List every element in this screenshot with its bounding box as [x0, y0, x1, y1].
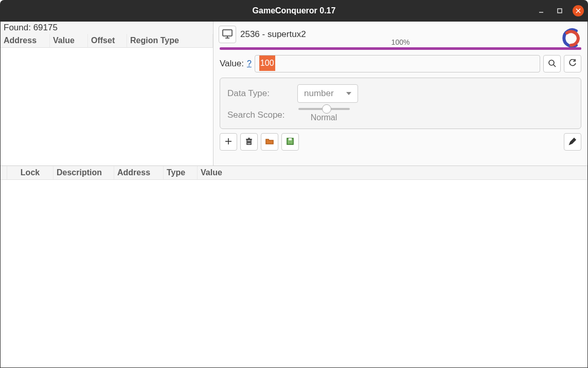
scan-progress: 100%: [220, 47, 581, 50]
cheat-col-address[interactable]: Address: [114, 166, 164, 179]
reset-scan-button[interactable]: [564, 55, 581, 72]
data-type-label: Data Type:: [227, 88, 284, 99]
scan-col-offset[interactable]: Offset: [88, 34, 127, 47]
add-cheat-button[interactable]: [220, 133, 237, 151]
data-type-value: number: [304, 88, 334, 99]
slider-thumb[interactable]: [322, 104, 331, 114]
cheat-col-description[interactable]: Description: [54, 166, 114, 179]
search-icon: [548, 59, 556, 69]
value-input-text: 100: [259, 56, 275, 71]
progress-percent-label: 100%: [220, 38, 581, 46]
cheat-col-value[interactable]: Value: [198, 166, 587, 179]
svg-rect-18: [289, 138, 292, 140]
value-help-link[interactable]: ?: [247, 59, 252, 68]
scan-col-address[interactable]: Address: [1, 34, 50, 47]
progress-bar: [220, 47, 581, 50]
save-file-button[interactable]: [281, 133, 299, 151]
search-scope-label: Search Scope:: [227, 110, 285, 120]
maximize-button[interactable]: [554, 5, 565, 16]
search-pane: 2536 - supertux2 100% Value: ? 100: [213, 22, 587, 165]
svg-line-8: [554, 65, 556, 67]
open-file-button[interactable]: [261, 133, 278, 151]
minimize-button[interactable]: [536, 5, 547, 16]
scan-options-box: Data Type: number Search Scope: Normal: [220, 78, 581, 129]
found-count-label: Found: 69175: [1, 22, 213, 34]
scan-col-region[interactable]: Region Type: [127, 34, 213, 47]
data-type-combo[interactable]: number: [297, 84, 358, 103]
scan-button[interactable]: [543, 55, 561, 72]
window-title: GameConqueror 0.17: [253, 6, 336, 15]
cheat-table-body[interactable]: [1, 180, 587, 367]
memory-editor-button[interactable]: [564, 133, 581, 151]
cheat-table-header: Lock Description Address Type Value: [1, 165, 587, 180]
value-label: Value:: [220, 59, 244, 69]
plus-icon: [224, 137, 233, 147]
window-controls: [536, 5, 584, 16]
trash-icon: [245, 137, 253, 147]
search-scope-slider[interactable]: [298, 108, 350, 110]
save-icon: [286, 137, 294, 147]
cheat-col-lock[interactable]: Lock: [7, 166, 54, 179]
value-input[interactable]: 100: [255, 55, 540, 72]
scan-table-header: Address Value Offset Region Type: [1, 34, 213, 48]
cheat-col-blank: [1, 166, 7, 179]
scan-col-value[interactable]: Value: [50, 34, 88, 47]
scan-results-pane: Found: 69175 Address Value Offset Region…: [1, 22, 213, 165]
cheat-col-type[interactable]: Type: [164, 166, 198, 179]
svg-point-7: [549, 60, 554, 65]
refresh-icon: [568, 59, 577, 69]
close-button[interactable]: [573, 5, 584, 16]
pencil-icon: [568, 137, 577, 147]
scan-table-body[interactable]: [1, 48, 213, 165]
svg-rect-1: [558, 9, 562, 13]
search-scope-value: Normal: [311, 113, 337, 122]
titlebar: GameConqueror 0.17: [0, 0, 588, 22]
delete-cheat-button[interactable]: [240, 133, 258, 151]
svg-rect-4: [223, 30, 232, 36]
cheat-toolbar: [220, 133, 581, 151]
folder-open-icon: [265, 137, 274, 147]
